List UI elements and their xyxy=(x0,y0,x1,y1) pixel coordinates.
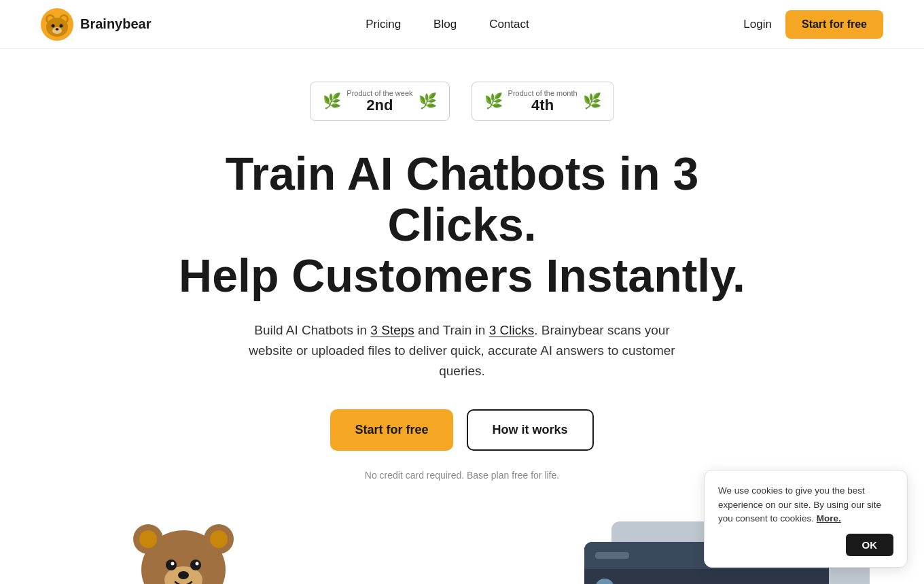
headline-line2: Help Customers Instantly. xyxy=(179,250,745,301)
nav-links: Pricing Blog Contact xyxy=(366,18,529,31)
hero-headline: Train AI Chatbots in 3 Clicks. Help Cust… xyxy=(149,148,775,300)
laurel-right-week: 🌿 xyxy=(419,94,437,109)
chat-messages xyxy=(584,569,829,584)
badge-month-rank: 4th xyxy=(531,97,554,114)
bear-logo-svg xyxy=(43,11,71,38)
svg-point-18 xyxy=(190,560,201,570)
logo-icon xyxy=(41,8,73,41)
bear-character-svg xyxy=(95,498,272,584)
svg-point-6 xyxy=(52,24,55,27)
hero-subtext: Build AI Chatbots in 3 Steps and Train i… xyxy=(231,320,693,382)
svg-point-21 xyxy=(178,571,189,579)
laurel-left-week: 🌿 xyxy=(323,94,341,109)
svg-point-13 xyxy=(139,530,157,548)
svg-point-7 xyxy=(60,24,63,27)
cookie-ok-button[interactable]: OK xyxy=(846,534,894,556)
cookie-footer: OK xyxy=(718,534,893,556)
sub-text-pre: Build AI Chatbots in xyxy=(254,323,370,337)
sub-link-3steps[interactable]: 3 Steps xyxy=(370,323,414,337)
badges-row: 🌿 Product of the week 2nd 🌿 🌿 Product of… xyxy=(310,82,614,121)
laurel-left-month: 🌿 xyxy=(484,94,503,109)
cookie-banner: We use cookies to give you the best expe… xyxy=(704,470,908,568)
logo-link[interactable]: Brainybear xyxy=(41,8,152,41)
start-for-free-button[interactable]: Start for free xyxy=(330,409,452,451)
badge-week-rank: 2nd xyxy=(366,97,393,114)
hero-note: No credit card required. Base plan free … xyxy=(365,470,559,481)
svg-point-19 xyxy=(171,562,175,565)
chat-header-bar xyxy=(595,552,629,559)
laurel-right-month: 🌿 xyxy=(583,94,601,109)
cookie-more-link[interactable]: More. xyxy=(817,513,841,523)
how-it-works-button[interactable]: How it works xyxy=(467,409,594,451)
chat-line-1 xyxy=(595,579,818,584)
badge-month: 🌿 Product of the month 4th 🌿 xyxy=(472,82,614,121)
brand-name: Brainybear xyxy=(80,16,152,32)
svg-point-17 xyxy=(166,560,177,570)
svg-point-20 xyxy=(196,562,199,565)
bear-illustration xyxy=(54,521,285,584)
nav-blog[interactable]: Blog xyxy=(433,18,457,31)
cookie-message: We use cookies to give you the best expe… xyxy=(718,485,881,523)
badge-week: 🌿 Product of the week 2nd 🌿 xyxy=(310,82,449,121)
svg-point-15 xyxy=(210,530,228,548)
nav-contact[interactable]: Contact xyxy=(489,18,529,31)
bear-svg-container xyxy=(95,498,272,584)
nav-pricing[interactable]: Pricing xyxy=(366,18,401,31)
svg-point-8 xyxy=(56,28,59,31)
headline-line1: Train AI Chatbots in 3 Clicks. xyxy=(226,148,698,250)
login-link[interactable]: Login xyxy=(743,18,772,31)
start-for-free-nav-button[interactable]: Start for free xyxy=(785,10,883,39)
sub-link-3clicks[interactable]: 3 Clicks xyxy=(489,323,535,337)
nav-actions: Login Start for free xyxy=(743,10,883,39)
cookie-text: We use cookies to give you the best expe… xyxy=(718,484,893,526)
cta-buttons-row: Start for free How it works xyxy=(330,409,593,451)
navbar: Brainybear Pricing Blog Contact Login St… xyxy=(0,0,924,49)
sub-text-mid: and Train in xyxy=(414,323,489,337)
